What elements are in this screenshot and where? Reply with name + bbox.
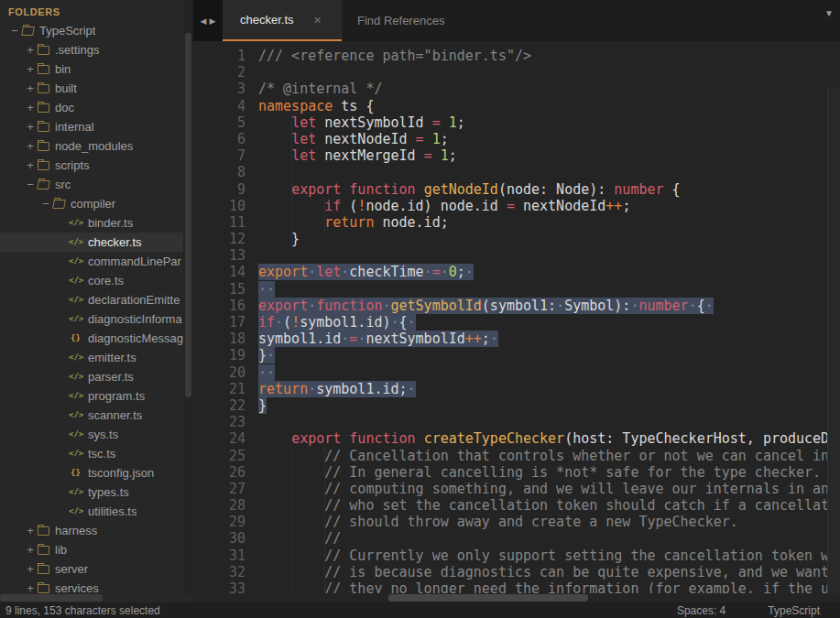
code-line-6[interactable]: 6 let nextNodeId = 1; (193, 131, 840, 147)
tree-folder-TypeScript[interactable]: −TypeScript (0, 21, 183, 40)
tab-find-references[interactable]: Find References (342, 0, 479, 41)
tree-folder-doc[interactable]: +doc (0, 98, 183, 117)
expand-icon[interactable]: + (23, 79, 38, 98)
indentation-setting[interactable]: Spaces: 4 (677, 604, 725, 617)
expand-icon[interactable]: + (23, 60, 38, 79)
tree-folder-.settings[interactable]: +.settings (0, 40, 183, 60)
tree-folder-internal[interactable]: +internal (0, 117, 183, 136)
tree-folder-src[interactable]: −src (0, 175, 183, 194)
tab-scroll-left-icon[interactable]: ◀ (201, 16, 207, 26)
expand-icon[interactable]: + (23, 521, 38, 540)
editor-scrollbar-track[interactable] (827, 87, 840, 593)
tree-file-utilities.ts[interactable]: </>utilities.ts (0, 502, 183, 521)
code-line-11[interactable]: 11 return node.id; (193, 214, 840, 231)
code-line-26[interactable]: 26 // In general cancelling is *not* saf… (193, 464, 840, 481)
code-line-25[interactable]: 25 // Cancellation that controls whether… (193, 448, 840, 464)
tree-folder-harness[interactable]: +harness (0, 521, 183, 540)
tree-file-diagnosticMessag[interactable]: {}diagnosticMessag (0, 329, 183, 348)
syntax-setting[interactable]: TypeScript (768, 604, 820, 617)
tree-folder-node_modules[interactable]: +node_modules (0, 136, 183, 156)
tree-file-diagnosticInforma[interactable]: </>diagnosticInforma (0, 309, 183, 329)
code-line-5[interactable]: 5 let nextSymbolId = 1; (193, 114, 840, 131)
code-line-24[interactable]: 24 export function createTypeChecker(hos… (193, 430, 840, 447)
code-line-31[interactable]: 31 // Currently we only support setting … (193, 548, 840, 564)
code-line-15[interactable]: 15·· (193, 281, 840, 298)
code-line-14[interactable]: 14export·let·checkTime·=·0;· (193, 264, 840, 280)
code-line-7[interactable]: 7 let nextMergeId = 1; (193, 147, 840, 164)
sidebar-hscrollbar-track[interactable] (0, 593, 193, 602)
code-line-22[interactable]: 22} (193, 397, 840, 414)
tree-folder-compiler[interactable]: −compiler (0, 194, 183, 213)
code-line-2[interactable]: 2 (193, 64, 840, 81)
tab-scroll-right-icon[interactable]: ▶ (210, 16, 216, 26)
expand-icon[interactable]: + (23, 117, 38, 136)
tree-file-tsconfig.json[interactable]: {}tsconfig.json (0, 463, 183, 482)
tab-overflow-menu-icon[interactable]: ▼ (824, 8, 834, 18)
code-line-20[interactable]: 20·· (193, 364, 840, 381)
code-line-13[interactable]: 13 (193, 247, 840, 264)
collapse-icon[interactable]: − (38, 194, 53, 213)
line-number: 14 (193, 264, 245, 280)
collapse-icon[interactable]: − (23, 175, 38, 194)
tree-file-core.ts[interactable]: </>core.ts (0, 271, 183, 290)
editor-hscrollbar-track[interactable] (387, 593, 840, 602)
tree-item-label: sys.ts (88, 425, 118, 444)
expand-icon[interactable]: + (23, 540, 38, 559)
expand-icon[interactable]: + (23, 98, 38, 117)
tree-file-types.ts[interactable]: </>types.ts (0, 482, 183, 502)
tree-folder-lib[interactable]: +lib (0, 540, 183, 559)
code-line-9[interactable]: 9 export function getNodeId(node: Node):… (193, 181, 840, 198)
tree-file-sys.ts[interactable]: </>sys.ts (0, 425, 183, 444)
tree-file-tsc.ts[interactable]: </>tsc.ts (0, 444, 183, 463)
code-text: return·symbol1.id;· (258, 381, 416, 397)
collapse-icon[interactable]: − (7, 21, 22, 40)
code-line-28[interactable]: 28 // who set the cancellation token sho… (193, 497, 840, 514)
code-line-10[interactable]: 10 if (!node.id) node.id = nextNodeId++; (193, 198, 840, 214)
tree-file-emitter.ts[interactable]: </>emitter.ts (0, 348, 183, 367)
json-file-icon: {} (69, 329, 82, 348)
code-text: // (258, 530, 341, 547)
sidebar: FOLDERS −TypeScript+.settings+bin+built+… (0, 0, 183, 593)
tree-file-commandLinePar[interactable]: </>commandLinePar (0, 252, 183, 271)
code-line-19[interactable]: 19}· (193, 347, 840, 363)
code-line-17[interactable]: 17if·(!symbol1.id)·{· (193, 314, 840, 331)
tree-file-checker.ts[interactable]: </>checker.ts (0, 233, 183, 252)
code-line-8[interactable]: 8 (193, 164, 840, 180)
tree-file-declarationEmitte[interactable]: </>declarationEmitte (0, 290, 183, 309)
code-line-16[interactable]: 16export·function·getSymbolId(symbol1:·S… (193, 298, 840, 314)
sidebar-hscrollbar-thumb[interactable] (0, 594, 103, 602)
editor-hscrollbar-thumb[interactable] (388, 594, 588, 602)
tree-file-parser.ts[interactable]: </>parser.ts (0, 367, 183, 386)
code-line-23[interactable]: 23 (193, 414, 840, 430)
tree-folder-server[interactable]: +server (0, 559, 183, 579)
code-editor[interactable]: 1/// <reference path="binder.ts"/>23/* @… (193, 41, 840, 593)
code-line-32[interactable]: 32 // is because diagnostics can be quit… (193, 564, 840, 580)
tree-file-program.ts[interactable]: </>program.ts (0, 386, 183, 406)
tree-folder-scripts[interactable]: +scripts (0, 156, 183, 175)
code-line-30[interactable]: 30 // (193, 530, 840, 547)
code-line-4[interactable]: 4namespace ts { (193, 98, 840, 114)
code-line-29[interactable]: 29 // should throw away and create a new… (193, 514, 840, 530)
line-number: 33 (193, 580, 245, 593)
tree-folder-bin[interactable]: +bin (0, 60, 183, 79)
code-line-18[interactable]: 18symbol1.id·=·nextSymbolId++;· (193, 331, 840, 347)
tree-folder-built[interactable]: +built (0, 79, 183, 98)
tree-file-binder.ts[interactable]: </>binder.ts (0, 213, 183, 233)
code-line-33[interactable]: 33 // they no longer need the informatio… (193, 580, 840, 593)
tab-checker-ts[interactable]: checker.ts × (223, 0, 342, 41)
code-line-21[interactable]: 21return·symbol1.id;· (193, 381, 840, 397)
expand-icon[interactable]: + (23, 136, 38, 156)
code-line-1[interactable]: 1/// <reference path="binder.ts"/> (193, 48, 840, 64)
tree-file-scanner.ts[interactable]: </>scanner.ts (0, 406, 183, 425)
expand-icon[interactable]: + (23, 40, 38, 60)
close-icon[interactable]: × (314, 13, 322, 27)
code-line-27[interactable]: 27 // computing something, and we will l… (193, 481, 840, 497)
sidebar-scrollbar-thumb[interactable] (185, 33, 191, 397)
code-line-3[interactable]: 3/* @internal */ (193, 81, 840, 97)
expand-icon[interactable]: + (23, 559, 38, 579)
expand-icon[interactable]: + (23, 156, 38, 175)
tree-folder-services[interactable]: +services (0, 579, 183, 593)
expand-icon[interactable]: + (23, 579, 38, 593)
sidebar-scrollbar-track[interactable] (183, 0, 193, 593)
code-line-12[interactable]: 12 } (193, 231, 840, 247)
